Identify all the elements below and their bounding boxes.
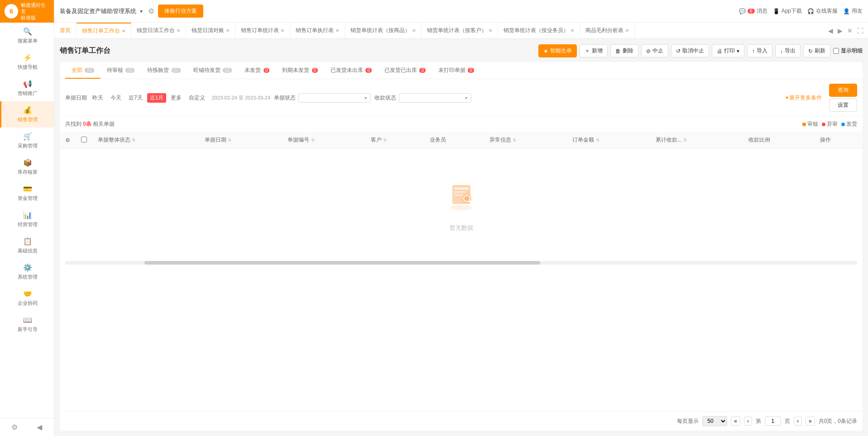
tab-profit-analysis[interactable]: 商品毛利分析表 ✕ [580, 23, 635, 39]
date-btn-7days[interactable]: 近7天 [126, 93, 145, 103]
sort-customer-icon[interactable]: ⇅ [383, 137, 387, 142]
show-detail-label[interactable]: 显示明细 [833, 47, 863, 55]
tab-close-goods-staff[interactable]: ✕ [571, 28, 574, 33]
online-service-btn[interactable]: 🎧 在线客服 [807, 7, 838, 15]
page-next-btn[interactable]: › [794, 417, 802, 426]
message-btn[interactable]: 💬 6 消息 [739, 7, 767, 15]
tab-close-goods-product[interactable]: ✕ [412, 28, 416, 33]
date-btn-custom[interactable]: 自定义 [186, 93, 208, 103]
payment-select[interactable]: ▾ [399, 93, 471, 103]
date-btn-today[interactable]: 今天 [108, 93, 124, 103]
query-btn[interactable]: 查询 [829, 84, 857, 97]
industry-btn[interactable]: 体验行业方案 [158, 5, 203, 18]
sub-tab-not-shipped[interactable]: 未发货 0 [238, 63, 276, 79]
page-prev-btn[interactable]: ‹ [744, 417, 752, 426]
tab-close-all[interactable]: ✕ [845, 26, 854, 35]
topbar-settings-icon[interactable]: ⚙ [148, 7, 154, 15]
delete-btn[interactable]: 🗑 删除 [610, 44, 638, 57]
col-checkbox[interactable] [76, 132, 92, 149]
page-first-btn[interactable]: « [731, 417, 740, 426]
tab-close-cash-clear[interactable]: ✕ [177, 28, 180, 33]
sub-tab-pending-review[interactable]: 待审核 (0) [101, 63, 141, 79]
sidebar-item-label: 营销推广 [18, 90, 38, 97]
page-size-select[interactable]: 20 50 100 [702, 416, 727, 426]
tab-cash-goods[interactable]: 钱货日清对账 ✕ [186, 23, 235, 39]
page-number-input[interactable] [765, 417, 781, 426]
sidebar-item-guide[interactable]: 📖 新手引导 [0, 311, 54, 337]
cancel-action-btn[interactable]: 弃审 [822, 120, 838, 128]
tab-close-sales-exec[interactable]: ✕ [336, 28, 339, 33]
tab-close-goods-customer[interactable]: ✕ [489, 28, 492, 33]
print-btn[interactable]: 🖨 打印 ▾ [712, 44, 744, 57]
tab-home[interactable]: 首页 [54, 23, 77, 39]
tab-sales-exec[interactable]: 销售订单执行表 ✕ [290, 23, 345, 39]
sub-tab-all[interactable]: 全部 (0) [65, 63, 101, 79]
sort-date-icon[interactable]: ⇅ [228, 137, 231, 142]
tab-goods-stats-staff[interactable]: 销货单统计表（按业务员） ✕ [498, 23, 580, 39]
sidebar-collapse-btn[interactable]: ◀ [29, 423, 51, 431]
expand-filter-btn[interactable]: ▾ 展开更多条件 [786, 94, 822, 102]
tab-close-sales-order[interactable]: ✕ [122, 28, 125, 33]
stop-btn[interactable]: ⊘ 中止 [641, 44, 668, 57]
refresh-btn[interactable]: ↻ 刷新 [803, 44, 830, 57]
app-download-btn[interactable]: 📱 App下载 [773, 7, 802, 15]
sidebar-item-sales[interactable]: 💰 销售管理 [0, 101, 54, 128]
date-btn-more[interactable]: 更多 [168, 93, 184, 103]
tab-maximize[interactable]: ⛶ [855, 26, 865, 35]
sidebar-item-inventory[interactable]: 📦 库存核算 [0, 154, 54, 180]
sidebar-item-marketing[interactable]: 📢 营销推广 [0, 75, 54, 101]
sub-tab-not-printed[interactable]: 未打印单据 0 [432, 63, 480, 79]
setting-filter-btn[interactable]: 设置 [829, 99, 857, 112]
cancel-stop-btn[interactable]: ↺ 取消中止 [671, 44, 709, 57]
marketing-icon: 📢 [23, 80, 32, 88]
sub-tab-shipped-no-out[interactable]: 已发货未出库 0 [324, 63, 378, 79]
system-dropdown[interactable]: ▾ [140, 8, 143, 14]
tab-goods-stats-product[interactable]: 销货单统计表（按商品） ✕ [345, 23, 422, 39]
sidebar-item-finance[interactable]: 💳 资金管理 [0, 180, 54, 206]
date-btn-1month[interactable]: 近1月 [147, 93, 167, 103]
sidebar-item-label: 企业协同 [18, 300, 38, 307]
sidebar-item-quick-nav[interactable]: ⚡ 快捷导航 [0, 49, 54, 75]
export-btn[interactable]: ↓ 导出 [775, 44, 801, 57]
date-btn-yesterday[interactable]: 昨天 [90, 93, 106, 103]
sub-tab-overdue-ship[interactable]: 到期未发货 0 [276, 63, 324, 79]
tab-close-sales-stats[interactable]: ✕ [281, 28, 284, 33]
col-settings[interactable]: ⚙ [60, 132, 76, 149]
status-select[interactable]: ▾ [298, 93, 371, 103]
page-label: 第 [756, 417, 761, 425]
sort-number-icon[interactable]: ⇅ [311, 137, 315, 142]
tab-cash-clear[interactable]: 钱货日清工作台 ✕ [131, 23, 186, 39]
add-btn[interactable]: ＋ 新增 [580, 44, 608, 57]
user-menu[interactable]: 👤 用友 [843, 7, 863, 15]
horizontal-scrollbar[interactable] [65, 261, 857, 265]
tab-sales-stats[interactable]: 销售订单统计表 ✕ [235, 23, 290, 39]
sidebar-item-system[interactable]: ⚙️ 系统管理 [0, 259, 54, 285]
sidebar-item-search[interactable]: 🔍 搜索菜单 [0, 23, 54, 49]
sidebar-item-base-info[interactable]: 📋 基础信息 [0, 232, 54, 259]
sort-amount-icon[interactable]: ⇅ [596, 137, 599, 142]
sub-tab-pending-inspect[interactable]: 待拣验货 (0) [141, 63, 187, 79]
sub-tab-wangpu[interactable]: 旺铺待发货 (0) [187, 63, 239, 79]
tab-nav-prev[interactable]: ◀ [826, 26, 835, 35]
select-all-checkbox[interactable] [81, 137, 87, 142]
sidebar-item-operation[interactable]: 📊 经营管理 [0, 206, 54, 232]
show-detail-checkbox[interactable] [833, 48, 839, 54]
tabs-bar: 首页 销售订单工作台 ✕ 钱货日清工作台 ✕ 钱货日清对账 ✕ 销售订单统计表 … [54, 23, 868, 39]
sort-status-icon[interactable]: ⇅ [132, 137, 135, 142]
tab-nav-next[interactable]: ▶ [836, 26, 844, 35]
sidebar-item-purchase[interactable]: 🛒 采购管理 [0, 128, 54, 154]
sub-tab-shipped-out[interactable]: 已发货已出库 0 [378, 63, 432, 79]
import-btn[interactable]: ↑ 导入 [747, 44, 772, 57]
review-action-btn[interactable]: 审核 [802, 120, 818, 128]
tab-close-cash-goods[interactable]: ✕ [226, 28, 230, 33]
sidebar-item-cooperation[interactable]: 🤝 企业协同 [0, 285, 54, 311]
sort-abnormal-icon[interactable]: ⇅ [513, 137, 516, 142]
tab-close-profit-analysis[interactable]: ✕ [625, 28, 629, 33]
sort-collected-icon[interactable]: ⇅ [683, 137, 687, 142]
sidebar-settings-btn[interactable]: ⚙ [4, 423, 25, 431]
page-last-btn[interactable]: » [806, 417, 815, 426]
ship-action-btn[interactable]: 发货 [841, 120, 857, 128]
tab-sales-order[interactable]: 销售订单工作台 ✕ [77, 23, 131, 39]
smart-btn[interactable]: ★ 智能生单 [538, 44, 577, 57]
tab-goods-stats-customer[interactable]: 销货单统计表（按客户） ✕ [422, 23, 498, 39]
